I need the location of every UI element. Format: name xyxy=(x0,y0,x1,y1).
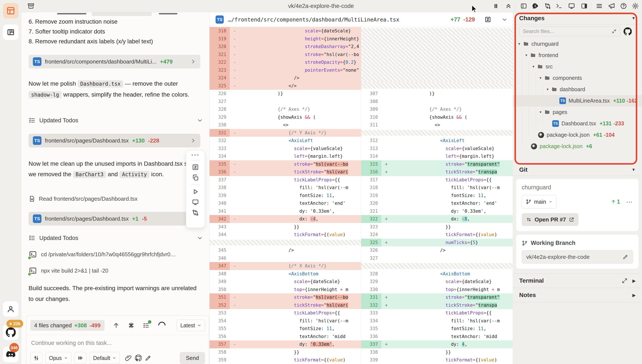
line-number: 309 xyxy=(361,106,381,113)
message-input[interactable]: Continue working on this task... xyxy=(31,340,204,346)
file-tree-row[interactable]: ▾components xyxy=(513,72,642,84)
collapse-chevron-icon[interactable] xyxy=(502,16,508,22)
git-section-header[interactable]: Git ▼ xyxy=(513,164,642,176)
play-icon[interactable] xyxy=(192,188,199,195)
code-text xyxy=(240,254,361,262)
folder-icon xyxy=(530,52,536,58)
added-count: +308 xyxy=(74,322,87,329)
todo-list-item: 7. Softer tooltip indicator dots xyxy=(29,28,205,35)
scroll-up-button[interactable] xyxy=(113,322,120,329)
send-button[interactable]: Send xyxy=(180,352,205,364)
file-tree-row[interactable]: ▾frontend xyxy=(513,50,642,61)
rail-profile-button[interactable] xyxy=(3,301,19,317)
burst-icon[interactable] xyxy=(128,322,135,329)
search-files-input[interactable]: Search files... xyxy=(519,26,620,36)
diff-sign xyxy=(230,231,240,239)
line-number: 327 xyxy=(210,98,230,106)
file-tree-row[interactable]: package-lock.json+6 xyxy=(513,140,642,152)
branch-dropdown[interactable]: main xyxy=(522,195,556,208)
removed-count: -499 xyxy=(89,322,101,329)
file-tree-row[interactable]: ▾src xyxy=(513,61,642,72)
files-changed-pill[interactable]: 4 files changed +308 -499 xyxy=(30,320,105,331)
terminal-icon[interactable] xyxy=(555,2,563,10)
diff-mode-icon[interactable] xyxy=(484,16,491,23)
github-icon[interactable] xyxy=(623,27,632,36)
changes-section-header[interactable]: Changes ▼ xyxy=(513,12,642,24)
file-tree-row[interactable]: ▾dashboard xyxy=(513,84,642,95)
terminal-command-row[interactable]: cd /private/var/folders/10/h7w0q46556ggr… xyxy=(29,250,203,258)
help-icon[interactable] xyxy=(620,2,627,10)
edit-pencil-icon[interactable] xyxy=(622,254,628,260)
attach-paperclip-icon[interactable] xyxy=(125,354,132,362)
collapse-up-icon[interactable] xyxy=(505,2,512,10)
mode-dropdown[interactable]: Default xyxy=(90,352,120,364)
line-number: 324 xyxy=(210,74,230,82)
updated-todos-row[interactable]: Updated Todos xyxy=(29,234,203,242)
panel-left-icon[interactable] xyxy=(520,2,527,10)
text-segment: wrappers, simplify the header, refine th… xyxy=(62,91,189,98)
fast-forward-button[interactable] xyxy=(75,352,87,364)
diff-view-icon[interactable] xyxy=(192,164,199,171)
pen-icon[interactable] xyxy=(145,354,152,362)
working-branch-field[interactable]: vk/4e2a-explore-the-code xyxy=(522,250,633,264)
terminal-section-header[interactable]: Terminal ▶ xyxy=(513,274,642,288)
rail-board-tab[interactable] xyxy=(3,24,19,40)
line-number: 320 xyxy=(210,43,230,51)
file-tree-row[interactable]: TSMultiLineArea.tsx+110-162 xyxy=(513,95,642,106)
drag-handle-dots[interactable]: ••• xyxy=(191,153,200,157)
file-tree-row[interactable]: package-lock.json+61-104 xyxy=(513,129,642,140)
file-tree-row[interactable]: TSDashboard.tsx+131-233 xyxy=(513,118,642,129)
diff-sign xyxy=(381,348,391,356)
read-file-row[interactable]: Read frontend/src/pages/Dashboard.tsx xyxy=(29,195,203,202)
file-change-chip[interactable]: TS frontend/src/pages/Dashboard.tsx +1 -… xyxy=(29,212,200,226)
added-count: +110 xyxy=(613,98,625,104)
diff-line: 357- dy: '0.33em', xyxy=(210,340,361,348)
open-pr-button[interactable]: Open PR #7 xyxy=(522,213,578,226)
diff-line: 329 {showAxis && ( xyxy=(210,113,361,121)
file-name: MultiLineArea.tsx xyxy=(568,98,610,104)
code-text: tickStroke="hsl(var( xyxy=(240,301,361,309)
version-dropdown[interactable]: Latest xyxy=(177,320,205,331)
archive-icon[interactable] xyxy=(27,2,35,10)
copy-icon[interactable] xyxy=(192,174,199,181)
more-options-button[interactable]: ⋯ xyxy=(626,198,633,206)
panel-right-icon[interactable] xyxy=(580,2,588,10)
diff-line: 319- height={innerHeight} xyxy=(210,35,361,43)
monitor-icon[interactable] xyxy=(192,198,199,206)
line-number: 315 xyxy=(361,160,381,168)
git-compare-icon[interactable] xyxy=(544,2,552,10)
menu-icon[interactable] xyxy=(595,2,603,10)
triangle-down-icon: ▼ xyxy=(631,16,635,20)
file-tree-row[interactable]: ▾churnguard xyxy=(513,38,642,50)
file-change-chip[interactable]: TS frontend/src/pages/Dashboard.tsx +130… xyxy=(29,134,200,148)
expand-icon[interactable] xyxy=(621,278,627,284)
file-name: package-lock.json xyxy=(539,143,582,150)
file-tree-row[interactable]: ▾pages xyxy=(513,106,642,118)
file-name: src xyxy=(546,64,553,70)
diff-line: 338 fill: 'hsl(var(--m xyxy=(210,184,361,192)
diff-line: 323- pointerEvents="none" xyxy=(210,66,361,74)
line-number: 316 xyxy=(361,168,381,176)
file-change-chip[interactable]: TS frontend/src/components/dashboard/Mul… xyxy=(29,55,200,68)
notes-section-header[interactable]: Notes ▶ xyxy=(513,288,642,302)
todos-status-icon[interactable] xyxy=(143,322,150,329)
chat-bubble-icon[interactable] xyxy=(531,2,539,10)
diff-line: 324 tickFormat={(value) xyxy=(361,231,513,239)
settings-sliders-button[interactable] xyxy=(30,352,42,364)
shrink-icon[interactable] xyxy=(611,28,617,34)
github-icon[interactable] xyxy=(135,354,142,362)
line-number: 358 xyxy=(210,348,230,356)
diff-sign xyxy=(381,223,391,231)
model-dropdown[interactable]: Opus xyxy=(45,352,72,364)
megaphone-icon[interactable] xyxy=(608,2,615,10)
monitor-icon[interactable] xyxy=(568,2,575,10)
diff-sign xyxy=(230,192,240,200)
git-compare-icon[interactable] xyxy=(192,209,199,216)
terminal-command-row[interactable]: npx vite build 2>&1 | tail -20 xyxy=(29,266,203,275)
updated-todos-row[interactable]: Updated Todos xyxy=(29,117,203,124)
code-text: strokeOpacity={0.2} xyxy=(240,58,361,66)
diff-line: 318 fill: 'hsl(var(--m xyxy=(361,184,513,192)
settings-gear-icon[interactable] xyxy=(631,2,639,10)
code-text: tickFormat={(value) xyxy=(240,231,361,239)
pause-button[interactable] xyxy=(492,2,500,10)
